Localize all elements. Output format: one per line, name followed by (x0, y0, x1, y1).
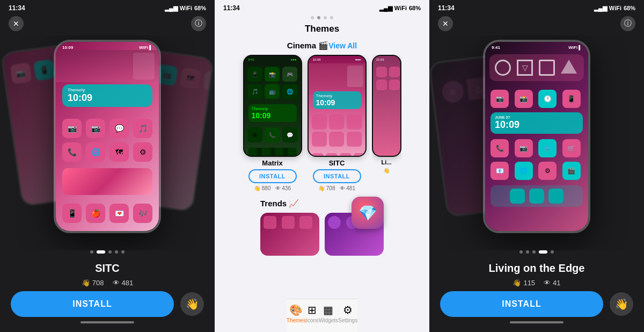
left-time: 11:34 (9, 4, 25, 12)
icon-cell: 🗺 (109, 142, 129, 162)
mockup-icon-grid: 📷 📷 💬 🎵 📞 🌐 🗺 ⚙ (56, 112, 159, 168)
battery-icon: 68% (409, 5, 421, 11)
sitc-install-button[interactable]: INSTALL (313, 169, 361, 183)
liv-card[interactable]: 10:09 Li... 👋 (372, 55, 401, 191)
signal-icon: ▂▄▆ (165, 5, 178, 12)
scroll-dot-1 (311, 16, 314, 19)
left-wave-button[interactable]: 👋 (180, 292, 204, 316)
matrix-card[interactable]: 9:41●●● 📱 📸 🎮 🎵 📺 🌐 Themely 10:09 (243, 55, 302, 191)
left-install-row: INSTALL 👋 (11, 291, 204, 317)
dot-4 (115, 250, 118, 254)
right-info-button[interactable]: ⓘ (620, 16, 635, 31)
right-panel: 11:34 ▂▄▆ WiFi 68% ✕ ⓘ ○ △ □ (429, 0, 644, 332)
wifi-icon: WiFi (180, 5, 192, 11)
dot-2 (97, 250, 105, 254)
battery-icon: 68% (194, 5, 206, 11)
right-dot-3 (532, 250, 536, 254)
icon-cell: 🔊 (203, 70, 213, 92)
icon-cell: 📷 (86, 119, 105, 138)
left-stat-likes: 👋 708 (82, 279, 104, 287)
right-install-button[interactable]: INSTALL (440, 291, 603, 317)
left-bottom-section: SITC 👋 708 👁 481 INSTALL 👋 (0, 250, 215, 332)
right-dot-2 (526, 250, 529, 254)
trend-card-1 (260, 213, 319, 256)
icon-cell: 🗺 (179, 67, 201, 89)
right-stat-likes: 👋 115 (513, 279, 535, 287)
bottom-nav: 🎨 Themes ⊞ Icons ▦ Widgets ⚙ Settings (287, 299, 357, 332)
icon-cell: 📞 (62, 142, 82, 162)
wave-icon: 👋 (82, 279, 90, 287)
right-views-value: 41 (553, 279, 560, 287)
battery-icon: 68% (624, 5, 635, 11)
left-main-mockup: 10:09 WiFi ▌ Themely 10:09 📷 📷 💬 🎵 (54, 40, 161, 233)
dot-3 (108, 250, 112, 254)
nav-icons[interactable]: ⊞ Icons (306, 304, 319, 323)
signal-icon: ▂▄▆ (594, 5, 607, 12)
scroll-dot-2 (317, 16, 320, 19)
close-button[interactable]: ✕ (9, 16, 24, 31)
wifi-icon: WiFi (394, 5, 407, 11)
wifi-icon: WiFi (609, 5, 621, 11)
right-main-mockup: 9:41 WiFi ▌ ▽ 📷 📸 🕐 📱 (483, 40, 590, 233)
right-dot-4 (539, 250, 547, 254)
sitc-mockup: 10:08●●● Themely 10:09 (308, 55, 367, 157)
left-theme-stats: 👋 708 👁 481 (82, 279, 133, 287)
settings-nav-label: Settings (338, 317, 357, 323)
right-stat-views: 👁 41 (544, 279, 560, 287)
icon-cell: 💌 (109, 204, 129, 223)
right-status-icons: ▂▄▆ WiFi 68% (594, 5, 635, 12)
nav-settings[interactable]: ⚙ Settings (338, 304, 357, 323)
icon-cell: ⚙ (133, 142, 152, 162)
matrix-stats: 👋 880 👁 436 (254, 185, 291, 191)
nav-widgets[interactable]: ▦ Widgets (319, 304, 338, 323)
scroll-dot-4 (330, 16, 333, 19)
trends-header: Trends 📈 💎 (252, 197, 392, 213)
middle-panel: 11:34 ▂▄▆ WiFi 68% Themes Cinema 🎬 View … (215, 0, 429, 332)
dot-5 (121, 250, 125, 254)
mockup-icon-grid-2: 📱 🍎 💌 🎶 (56, 197, 159, 229)
icon-cell: 🎵 (133, 119, 152, 138)
left-status-bar: 11:34 ▂▄▆ WiFi 68% (0, 0, 215, 14)
scroll-dot-3 (324, 16, 327, 19)
icons-nav-label: Icons (306, 317, 319, 323)
icon-cell: 🎶 (133, 204, 152, 223)
matrix-install-button[interactable]: INSTALL (248, 169, 297, 183)
left-install-button[interactable]: INSTALL (11, 291, 174, 317)
right-time: 11:34 (438, 4, 455, 12)
right-close-button[interactable]: ✕ (438, 16, 453, 31)
left-home-indicator (80, 321, 134, 323)
view-all-button[interactable]: View All (328, 41, 357, 50)
settings-nav-icon: ⚙ (343, 304, 353, 316)
icon-cell: 🍎 (86, 204, 105, 223)
signal-icon: ▂▄▆ (379, 5, 392, 12)
cinema-label: Cinema 🎬 (287, 41, 328, 50)
liv-title: Li... (382, 159, 392, 165)
sitc-card[interactable]: 10:08●●● Themely 10:09 (308, 55, 367, 191)
view-icon: 👁 (113, 279, 120, 287)
sitc-stats: 👋 708 👁 481 (318, 185, 355, 191)
icon-cell: 🌐 (86, 142, 105, 162)
right-mockup-area: ○ △ □ 9:41 WiFi ▌ ▽ (429, 35, 644, 250)
left-mockup-area: 📷 📱 📸 🎵 🎶 📺 🗺 🔊 (0, 35, 215, 250)
left-likes-value: 708 (92, 279, 104, 287)
cinema-section-header: Cinema 🎬 View All (279, 39, 365, 55)
nav-themes[interactable]: 🎨 Themes (287, 304, 306, 323)
icon-cell: 📱 (34, 59, 56, 81)
trends-label: Trends 📈 (260, 199, 299, 208)
icon-cell: 📷 (10, 62, 32, 84)
middle-scroll-dots (311, 14, 333, 21)
right-top-bar: ✕ ⓘ (429, 14, 644, 35)
info-button[interactable]: ⓘ (191, 16, 206, 31)
cinema-cards-row: 9:41●●● 📱 📸 🎮 🎵 📺 🌐 Themely 10:09 (235, 55, 410, 191)
right-wave-button[interactable]: 👋 (610, 292, 633, 316)
liv-mockup: 10:09 (372, 55, 401, 157)
left-top-bar: ✕ ⓘ (0, 14, 215, 35)
matrix-likes: 👋 880 (254, 185, 270, 191)
left-views-value: 481 (122, 279, 134, 287)
middle-status-icons: ▂▄▆ WiFi 68% (379, 5, 421, 12)
right-likes-value: 115 (523, 279, 535, 287)
themes-nav-icon: 🎨 (289, 304, 303, 316)
sitc-likes: 👋 708 (318, 185, 335, 191)
right-bottom-section: Living on the Edge 👋 115 👁 41 INSTALL 👋 (429, 250, 644, 332)
gem-icon: 💎 (352, 197, 384, 229)
